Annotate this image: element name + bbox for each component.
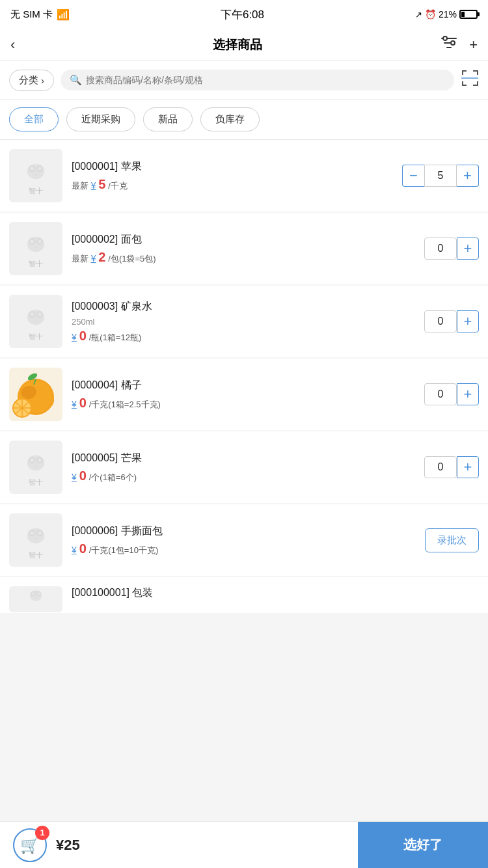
qty-input[interactable]	[424, 237, 457, 260]
search-bar: 分类 › 🔍	[0, 61, 488, 100]
price-unit: /包(1袋=5包)	[108, 254, 156, 264]
product-info-0000005: [0000005] 芒果 ¥ 0 /个(1箱=6个)	[72, 452, 415, 483]
qty-input[interactable]	[424, 383, 457, 405]
qty-plus-button[interactable]: +	[457, 237, 479, 260]
cart-icon-button[interactable]: 🛒 1	[13, 828, 47, 862]
svg-point-34	[36, 391, 54, 409]
qty-input[interactable]	[424, 456, 457, 478]
quantity-control-0000001: − +	[402, 165, 479, 187]
tab-new[interactable]: 新品	[143, 107, 193, 131]
product-info-0000001: [0000001] 苹果 最新 ¥ 5 /千克	[72, 160, 393, 192]
back-button[interactable]: ‹	[10, 36, 34, 53]
search-icon: 🔍	[70, 74, 82, 86]
product-image-0000003: 智十	[9, 295, 62, 348]
cart-icon: 🛒	[20, 836, 40, 854]
battery-label: 21%	[439, 9, 457, 20]
nav-right-icons: +	[441, 36, 478, 54]
tab-negative-stock[interactable]: 负库存	[200, 107, 260, 131]
svg-point-17	[30, 167, 34, 170]
svg-point-30	[38, 312, 42, 316]
svg-point-54	[38, 531, 42, 535]
product-name: [0000001] 苹果	[72, 160, 393, 174]
battery-icon	[459, 10, 478, 19]
product-price: ¥ 0 /瓶(1箱=12瓶)	[72, 329, 415, 344]
product-price: 最新 ¥ 2 /包(1袋=5包)	[72, 250, 415, 265]
price-value: 0	[79, 468, 87, 483]
status-right: ↗ ⏰ 21%	[415, 9, 478, 20]
list-item: [000100001] 包装	[0, 577, 488, 613]
product-image-0000001: 智十	[9, 149, 62, 202]
price-unit: /千克	[108, 181, 128, 191]
status-time: 下午6:08	[221, 7, 264, 22]
qty-plus-button[interactable]: +	[457, 383, 479, 405]
confirm-button[interactable]: 选好了	[358, 822, 488, 869]
qty-plus-button[interactable]: +	[457, 310, 479, 332]
list-item: [0000004] 橘子 ¥ 0 /千克(1箱=2.5千克) +	[0, 359, 488, 430]
price-latest-label: 最新	[72, 254, 91, 264]
price-value: 2	[98, 250, 105, 264]
svg-point-48	[38, 458, 42, 462]
price-value: 5	[98, 177, 105, 191]
product-info-0000002: [0000002] 面包 最新 ¥ 2 /包(1袋=5包)	[72, 233, 415, 265]
alarm-icon: ⏰	[425, 9, 436, 20]
filter-tabs: 全部 近期采购 新品 负库存	[0, 100, 488, 140]
svg-point-23	[30, 239, 34, 243]
category-button[interactable]: 分类 ›	[9, 70, 54, 91]
svg-rect-7	[473, 70, 478, 72]
svg-point-29	[30, 312, 34, 316]
filter-icon[interactable]	[441, 36, 457, 54]
svg-point-18	[38, 167, 42, 170]
wifi-icon: 📶	[57, 8, 70, 21]
product-info-0000006: [0000006] 手撕面包 ¥ 0 /千克(1包=10千克)	[72, 524, 416, 556]
list-item: 智十 [0000006] 手撕面包 ¥ 0 /千克(1包=10千克) 录批次	[0, 504, 488, 576]
qty-input[interactable]	[424, 310, 457, 332]
list-item: 智十 [0000002] 面包 最新 ¥ 2 /包(1袋=5包) +	[0, 213, 488, 284]
tab-recent[interactable]: 近期采购	[66, 107, 135, 131]
batch-button[interactable]: 录批次	[425, 528, 479, 552]
svg-rect-6	[462, 70, 463, 75]
svg-rect-2	[446, 47, 452, 48]
product-name: [0000004] 橘子	[72, 379, 415, 392]
nav-bar: ‹ 选择商品 +	[0, 29, 488, 61]
svg-point-24	[38, 239, 42, 243]
product-image-0000004	[9, 368, 62, 421]
quantity-control-0000005: +	[424, 456, 479, 478]
product-image-0000005: 智十	[9, 441, 62, 494]
product-image-0000002: 智十	[9, 222, 62, 275]
bottom-bar: 🛒 1 ¥25 选好了	[0, 821, 488, 868]
price-unit: /个(1箱=6个)	[89, 472, 137, 482]
product-name: [0000003] 矿泉水	[72, 300, 415, 314]
qty-plus-button[interactable]: +	[457, 456, 479, 478]
qty-input[interactable]	[424, 165, 457, 187]
search-input[interactable]	[86, 75, 445, 85]
product-price: ¥ 0 /个(1箱=6个)	[72, 468, 415, 483]
status-left: 无 SIM 卡 📶	[10, 8, 70, 21]
product-image-000100001	[9, 586, 62, 612]
price-yen-symbol: ¥	[91, 253, 96, 264]
price-unit: /瓶(1箱=12瓶)	[89, 332, 142, 342]
svg-point-53	[30, 531, 34, 535]
price-yen-symbol: ¥	[72, 399, 77, 409]
tab-all[interactable]: 全部	[9, 107, 59, 131]
add-button[interactable]: +	[469, 36, 478, 53]
product-price: 最新 ¥ 5 /千克	[72, 177, 393, 192]
price-unit: /千克(1箱=2.5千克)	[89, 400, 161, 409]
status-bar: 无 SIM 卡 📶 下午6:08 ↗ ⏰ 21%	[0, 0, 488, 29]
svg-rect-12	[477, 81, 478, 86]
price-yen-symbol: ¥	[72, 472, 77, 482]
product-image-0000006: 智十	[9, 513, 62, 567]
price-yen-symbol: ¥	[91, 180, 96, 191]
qty-plus-button[interactable]: +	[457, 165, 479, 187]
svg-rect-13	[461, 77, 478, 79]
svg-point-47	[30, 458, 34, 462]
orange-image	[9, 368, 62, 421]
product-price: ¥ 0 /千克(1包=10千克)	[72, 541, 416, 556]
quantity-control-0000004: +	[424, 383, 479, 405]
list-item: 智十 [0000003] 矿泉水 250ml ¥ 0 /瓶(1箱=12瓶) +	[0, 286, 488, 357]
qty-minus-button[interactable]: −	[402, 165, 424, 187]
product-name: [000100001] 包装	[72, 586, 479, 600]
svg-rect-8	[477, 70, 478, 75]
scan-icon[interactable]	[461, 69, 479, 91]
price-yen-symbol: ¥	[72, 332, 77, 342]
price-value: 0	[79, 541, 87, 556]
